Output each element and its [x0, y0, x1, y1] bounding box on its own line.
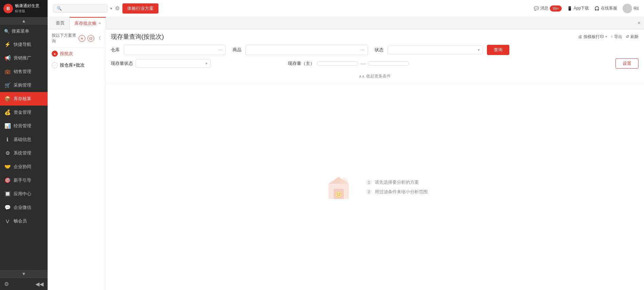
tab-home[interactable]: 首页 — [51, 17, 70, 29]
empty-state: 😕 1 请先选择要分析的方案 2 用过滤条件来缩小分析范围 — [105, 84, 644, 290]
topbar-search-box[interactable]: 🔍 — [53, 4, 107, 13]
inventory-qty-to[interactable] — [368, 61, 409, 66]
export-action[interactable]: ↑ 导出 — [611, 34, 622, 40]
tab-inventory-batch[interactable]: 库存批次账 × — [70, 17, 106, 29]
app-name: 畅康通好生意 — [15, 3, 39, 9]
tip-2-text: 用过滤条件来缩小分析范围 — [375, 189, 428, 195]
sidebar-header: B 畅康通好生意 标准版 — [0, 0, 48, 17]
sidebar-item-enterprise[interactable]: 🤝 企业协同 — [0, 160, 48, 174]
warehouse-input[interactable]: ··· — [124, 45, 226, 55]
app-download-action[interactable]: 📱 App下载 — [567, 5, 589, 11]
sidebar-item-basic-info[interactable]: ℹ 基础信息 — [0, 133, 48, 146]
left-panel: 按以下方案查询 + ⊙ 《 ● 按批次 ○ 按仓库+批次 — [48, 29, 105, 290]
online-service-action[interactable]: 🎧 在线客服 — [594, 5, 617, 11]
tip-num-1: 1 — [366, 179, 372, 185]
collapse-panel-icon[interactable]: 《 — [96, 35, 101, 41]
sidebar-item-label: 系统管理 — [14, 150, 31, 156]
inventory-status-select[interactable]: ▾ — [136, 59, 210, 68]
sidebar-item-vip[interactable]: V 畅会员 — [0, 214, 48, 228]
status-chevron-icon: ▾ — [478, 48, 480, 52]
sidebar-item-finance[interactable]: 💰 资金管理 — [0, 106, 48, 119]
sidebar-item-inventory[interactable]: 📦 库存核算 — [0, 92, 48, 106]
tip-num-2: 2 — [366, 189, 372, 195]
status-select[interactable]: ▾ — [388, 46, 483, 54]
collapse-sidebar-icon[interactable]: ◀◀ — [35, 281, 44, 287]
user-name: Rit — [633, 6, 639, 11]
page-header: 现存量查询(按批次) 🖨 按模板打印 ▾ ↑ 导出 ↺ 刷新 — [105, 29, 644, 41]
main-area: 🔍 ▾ ⚙ 体验行业方案 💬 消息 99+ 📱 App下载 🎧 在线客服 — [48, 0, 644, 290]
messages-badge: 99+ — [550, 5, 562, 12]
sidebar-item-label: 企业微信 — [14, 204, 31, 211]
basic-info-icon: ℹ — [4, 136, 11, 143]
sidebar-bottom: ⚙ ◀◀ — [0, 278, 48, 290]
right-panel: 现存量查询(按批次) 🖨 按模板打印 ▾ ↑ 导出 ↺ 刷新 — [105, 29, 644, 290]
scheme-active-dot: ● — [52, 51, 58, 57]
sidebar-item-wechat[interactable]: 💬 企业微信 — [0, 201, 48, 214]
export-icon: ↑ — [611, 34, 613, 39]
sidebar-item-system[interactable]: ⚙ 系统管理 — [0, 146, 48, 160]
sidebar-scroll-down[interactable]: ▼ — [0, 270, 48, 278]
qty-divider: — — [361, 61, 365, 66]
sidebar-item-purchase[interactable]: 🛒 采购管理 — [0, 78, 48, 92]
filter-area: 仓库 ··· 商品 ··· 状态 ▾ 查询 — [105, 41, 644, 84]
goods-input[interactable]: ··· — [245, 45, 368, 55]
tab-area-close-icon[interactable]: × — [634, 20, 644, 26]
sidebar-item-operations[interactable]: 📊 经营管理 — [0, 119, 48, 133]
sidebar-item-marketing[interactable]: 📢 营销推广 — [0, 51, 48, 65]
wechat-icon: 💬 — [4, 204, 11, 211]
sidebar-item-label: 销售管理 — [14, 69, 31, 75]
sidebar-item-label: 采购管理 — [14, 82, 31, 88]
tab-home-label: 首页 — [56, 20, 65, 26]
sidebar-item-sales[interactable]: 💼 销售管理 — [0, 65, 48, 78]
inventory-qty-label: 现存量（主） — [288, 60, 315, 67]
tab-close-icon[interactable]: × — [99, 21, 101, 25]
phone-icon: 📱 — [567, 6, 572, 11]
sidebar-search-label: 搜索菜单 — [12, 28, 29, 34]
print-icon: 🖨 — [578, 34, 582, 39]
tip-1-text: 请先选择要分析的方案 — [375, 179, 419, 185]
chevron-up-icon: ∧∧ — [359, 74, 365, 79]
topbar-gear-icon[interactable]: ⚙ — [115, 5, 120, 12]
settings-bottom-icon[interactable]: ⚙ — [4, 281, 9, 287]
query-btn[interactable]: 查询 — [487, 45, 509, 55]
inventory-qty-filter: 现存量（主） — — [288, 60, 447, 67]
sidebar-item-quick-nav[interactable]: ⚡ 快捷导航 — [0, 38, 48, 51]
refresh-action[interactable]: ↺ 刷新 — [626, 34, 639, 40]
svg-text:😕: 😕 — [335, 191, 343, 198]
topbar-right: 💬 消息 99+ 📱 App下载 🎧 在线客服 Rit — [534, 4, 639, 13]
topbar: 🔍 ▾ ⚙ 体验行业方案 💬 消息 99+ 📱 App下载 🎧 在线客服 — [48, 0, 644, 17]
user-menu[interactable]: Rit — [623, 4, 639, 13]
scheme-by-warehouse-batch-label: 按仓库+批次 — [60, 62, 85, 68]
messages-action[interactable]: 💬 消息 99+ — [534, 5, 562, 12]
inventory-qty-from[interactable] — [317, 61, 358, 66]
empty-tip-1: 1 请先选择要分析的方案 — [366, 179, 428, 185]
add-scheme-icon[interactable]: + — [79, 35, 85, 42]
sidebar-item-label: 库存核算 — [14, 96, 31, 102]
topbar-chevron-icon[interactable]: ▾ — [110, 6, 112, 11]
warehouse-dots-icon: ··· — [218, 47, 223, 53]
sidebar-scroll-up[interactable]: ▲ — [0, 17, 48, 25]
app-center-icon: 🔲 — [4, 191, 11, 197]
guide-icon: 🎯 — [4, 177, 11, 184]
sidebar-item-label: 基础信息 — [14, 137, 31, 143]
scheme-settings-icon[interactable]: ⊙ — [87, 35, 94, 42]
sidebar-item-label: 畅会员 — [14, 218, 27, 224]
topbar-left: 🔍 ▾ ⚙ 体验行业方案 — [53, 3, 530, 14]
sidebar-item-label: 资金管理 — [14, 109, 31, 115]
scheme-item-by-warehouse-batch[interactable]: ○ 按仓库+批次 — [48, 59, 105, 71]
sidebar-item-app-center[interactable]: 🔲 应用中心 — [0, 187, 48, 201]
inventory-status-chevron: ▾ — [205, 61, 207, 66]
warehouse-label: 仓库 — [111, 47, 120, 53]
scheme-by-batch-label: 按批次 — [60, 51, 73, 57]
collapse-more[interactable]: ∧∧ 收起更多条件 — [111, 72, 639, 80]
search-icon-topbar: 🔍 — [57, 6, 62, 11]
filter-row-2: 现存量状态 ▾ 现存量（主） — — [111, 58, 639, 69]
print-action[interactable]: 🖨 按模板打印 ▾ — [578, 34, 607, 40]
finance-icon: 💰 — [4, 109, 11, 116]
sidebar-item-guide[interactable]: 🎯 新手引导 — [0, 174, 48, 187]
settings-btn[interactable]: 设置 — [615, 58, 639, 69]
sidebar-search-item[interactable]: 🔍 搜索菜单 — [0, 25, 48, 38]
scheme-item-by-batch[interactable]: ● 按批次 — [48, 48, 105, 59]
quick-nav-icon: ⚡ — [4, 41, 11, 48]
experience-btn[interactable]: 体验行业方案 — [122, 3, 158, 14]
